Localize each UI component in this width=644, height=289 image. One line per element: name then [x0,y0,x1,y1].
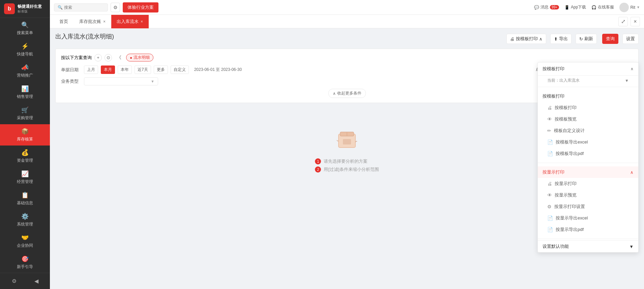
sidebar-item-newbie[interactable]: 🎯 新手引导 [0,252,50,273]
tab-inout-flow-close[interactable]: × [141,19,143,24]
sidebar-settings-btn[interactable]: ⚙ [10,277,18,286]
more-date-btn[interactable]: 更多 [154,65,168,74]
tab-home[interactable]: 首页 [54,15,74,28]
online-service-btn[interactable]: 🎧 在线客服 [591,4,614,10]
filter-settings-btn[interactable]: ⊙ [105,54,112,61]
sidebar-item-inventory[interactable]: 📦 库存核算 [0,124,50,146]
template-export-pdf-item[interactable]: 📄 按模板导出pdf [538,148,638,159]
display-print-section: 按显示打印 ∧ 🖨 按显示打印 👁 按显示预览 ⚙ 按显示打印设置 📄 [538,164,638,237]
date-filter-label: 单据日期 [61,67,79,73]
display-print-settings-item[interactable]: ⚙ 按显示打印设置 [538,201,638,212]
biz-type-select[interactable]: ▼ [84,77,158,85]
current-label: 当前：出入库流水 [547,78,580,83]
page-toolbar: 出入库流水(流水明细) 🖨 按模板打印 ∧ ⬆ 导出 ↻ 刷新 查询 设置 [55,32,639,45]
enterprise-icon: 🤝 [21,234,29,241]
filter-collapse-btn[interactable]: 《 [115,54,123,61]
display-settings-icon: ⚙ [547,204,552,209]
newbie-icon: 🎯 [21,255,29,263]
sales-icon: 📊 [21,85,29,93]
empty-steps: 1 请先选择要分析的方案 2 用[过滤]条件来缩小分析范围 [315,158,379,173]
empty-step-1-text: 请先选择要分析的方案 [324,158,368,164]
message-btn[interactable]: 💬 消息 99+ [534,4,559,10]
dropdown-panel-header: 按模板打印 ∧ [538,62,638,76]
current-month-btn[interactable]: 本月 [101,65,115,74]
prev-month-btn[interactable]: 上月 [84,65,98,74]
template-print-section-header[interactable]: 按模板打印 [538,90,638,102]
dropdown-chevron-icon[interactable]: ∧ [631,67,634,71]
printer-icon: 🖨 [547,105,552,110]
sidebar-item-system[interactable]: ⚙️ 系统管理 [0,209,50,231]
date-range-display: 2023-06-01 至 2023-06-30 [194,67,242,73]
last-7-days-btn[interactable]: 近7天 [135,65,151,74]
search-input[interactable] [64,5,105,10]
sidebar-item-basic-info[interactable]: 📋 基础信息 [0,188,50,209]
display-print-section-header[interactable]: 按显示打印 ∧ [538,166,638,178]
collapse-up-icon: ∧ [333,91,336,96]
marketing-icon: 📣 [21,64,29,71]
dropdown-current[interactable]: 当前：出入库流水 ▼ [538,76,638,85]
footer-label: 设置默认功能 [543,243,569,249]
template-preview-item[interactable]: 👁 按模板预览 [538,113,638,125]
export-label: 导出 [559,36,568,42]
tab-batch-account[interactable]: 库存批次账 × [74,15,111,28]
sidebar-logo: b 畅捷通好生意 标准版 [0,0,50,18]
sidebar-item-enterprise[interactable]: 🤝 企业协同 [0,231,50,252]
query-btn[interactable]: 查询 [602,34,618,44]
preview-icon: 👁 [547,116,552,122]
sidebar-item-purchase[interactable]: 🛒 采购管理 [0,103,50,124]
tab-batch-account-label: 库存批次账 [79,19,101,25]
sidebar-item-search[interactable]: 🔍 搜索菜单 [0,18,50,39]
app-download-btn[interactable]: 📱 App下载 [564,4,586,10]
excel-icon: 📄 [547,139,553,145]
dropdown-title: 按模板打印 [543,66,564,72]
app-logo-text: 畅捷通好生意 标准版 [18,4,42,14]
display-export-pdf-item[interactable]: 📄 按显示导出pdf [538,224,638,235]
settings-btn[interactable]: 设置 [622,34,639,44]
avatar [619,3,629,12]
display-print-item[interactable]: 🖨 按显示打印 [538,178,638,189]
display-preview-item[interactable]: 👁 按显示预览 [538,189,638,201]
dropdown-footer[interactable]: 设置默认功能 ▼ [538,240,638,252]
user-menu-btn[interactable]: Rit ▼ [619,3,640,12]
sidebar-item-finance[interactable]: 💰 资金管理 [0,146,50,167]
refresh-btn[interactable]: ↻ 刷新 [576,34,597,44]
sidebar-collapse-btn[interactable]: ◀ [33,277,40,286]
topbar-gear-btn[interactable]: ⚙ [111,3,120,12]
display-preview-icon: 👁 [547,192,552,198]
export-btn[interactable]: ⬆ 导出 [550,34,572,44]
message-label: 消息 [540,4,549,10]
industry-solution-btn[interactable]: 体验行业方案 [123,2,158,12]
tab-inout-flow[interactable]: 出入库流水 × [111,15,149,28]
app-download-label: App下载 [571,4,586,10]
system-icon: ⚙️ [21,213,29,220]
date-filter: 上月 本月 本年 近7天 更多 自定义 2023-06-01 至 2023-06… [84,65,242,74]
sidebar-item-quick-nav[interactable]: ⚡ 快捷导航 [0,39,50,60]
sidebar-item-sales[interactable]: 📊 销售管理 [0,82,50,103]
topbar-search-box[interactable]: 🔍 [54,3,108,11]
empty-step-1: 1 请先选择要分析的方案 [315,158,379,164]
sidebar: b 畅捷通好生意 标准版 🔍 搜索菜单 ⚡ 快捷导航 📣 营销推广 📊 销售管理… [0,0,50,289]
close-window-btn[interactable]: × [631,17,640,26]
display-export-excel-item[interactable]: 📄 按显示导出excel [538,212,638,224]
sidebar-item-label: 新手引导 [17,264,33,270]
tab-batch-account-close[interactable]: × [103,19,106,24]
print-template-btn[interactable]: 🖨 按模板打印 ∧ [506,34,546,44]
pdf-icon: 📄 [547,151,553,156]
sidebar-item-marketing[interactable]: 📣 营销推广 [0,60,50,82]
maximize-btn[interactable]: ⤢ [618,17,628,26]
svg-rect-3 [343,139,351,144]
collapse-more-btn[interactable]: ∧ 收起更多条件 [328,89,366,98]
sidebar-item-operations[interactable]: 📈 经营管理 [0,167,50,188]
template-custom-item[interactable]: ✏ 模板自定义设计 [538,125,638,136]
topbar-actions: 💬 消息 99+ 📱 App下载 🎧 在线客服 Rit ▼ [534,3,640,12]
sidebar-item-label: 搜索菜单 [17,30,33,36]
template-print-item[interactable]: 🖨 按模板打印 [538,102,638,113]
filter-add-btn[interactable]: + [94,54,102,61]
template-export-excel-item[interactable]: 📄 按模板导出excel [538,136,638,148]
custom-date-btn[interactable]: 自定义 [171,65,189,74]
toolbar-right: 🖨 按模板打印 ∧ ⬆ 导出 ↻ 刷新 查询 设置 [506,34,639,44]
filter-tag[interactable]: ● 流水明细 [126,54,153,61]
search-icon: 🔍 [58,5,63,10]
tab-inout-flow-label: 出入库流水 [117,19,139,25]
current-year-btn[interactable]: 本年 [118,65,132,74]
